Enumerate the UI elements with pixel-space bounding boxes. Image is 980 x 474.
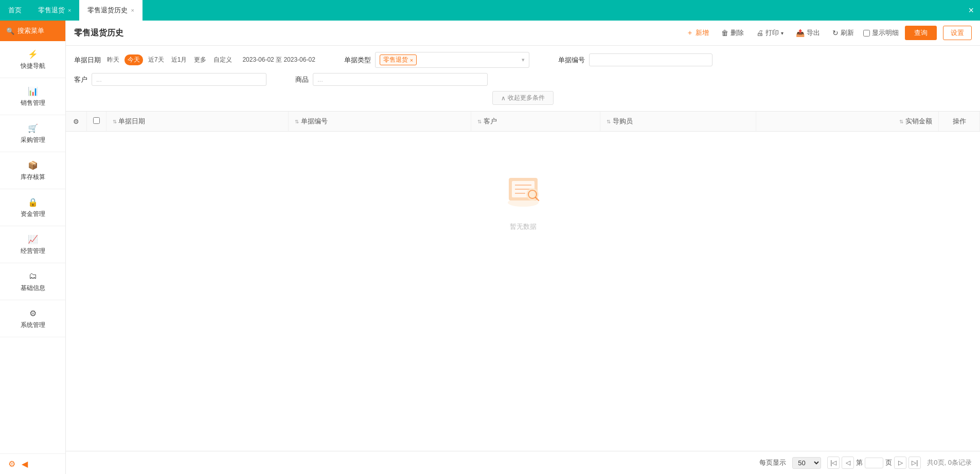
table-area: ⚙ ⇅ 单据日期 ⇅ 单据编号 (66, 112, 980, 474)
refresh-label: 刷新 (841, 28, 854, 38)
page-title: 零售退货历史 (74, 28, 123, 39)
filter-date-buttons: 昨天 今天 近7天 近1月 更多 自定义 (105, 54, 234, 65)
type-filter-select[interactable]: 零售退货 × ▾ (375, 52, 529, 68)
customer-filter-select[interactable]: ... (92, 73, 266, 86)
inventory-icon: 📦 (27, 159, 39, 171)
per-page-label: 每页显示 (759, 458, 786, 467)
export-button[interactable]: 📤 导出 (793, 26, 823, 40)
date-btn-7days[interactable]: 近7天 (146, 54, 166, 65)
show-detail-checkbox[interactable] (863, 30, 870, 37)
show-detail-label: 显示明细 (872, 28, 899, 38)
table-header-row: ⚙ ⇅ 单据日期 ⇅ 单据编号 (66, 112, 980, 132)
date-btn-1month[interactable]: 近1月 (169, 54, 189, 65)
tab-retail-return[interactable]: 零售退货 × (30, 0, 79, 21)
page-number-input[interactable]: 1 (865, 458, 883, 468)
sidebar-item-system[interactable]: ⚙ 系统管理 (0, 300, 65, 337)
purchase-icon: 🛒 (27, 122, 39, 134)
column-number[interactable]: ⇅ 单据编号 (289, 112, 471, 132)
filter-type-group: 单据类型 零售退货 × ▾ (344, 52, 529, 68)
next-page-button[interactable]: ▷ (894, 457, 906, 469)
page-actions: ＋ 新增 🗑 删除 🖨 打印 ▾ 📤 导出 ↻ 刷 (683, 26, 972, 40)
collapse-sidebar-icon[interactable]: ◀ (22, 459, 28, 469)
per-page-select[interactable]: 50 10 20 100 (792, 457, 821, 469)
main-layout: 🔍 搜索菜单 ⚡ 快捷导航 📊 销售管理 🛒 采购管理 📦 库存核算 🔒 资金管… (0, 21, 980, 474)
tab-retail-return-history-close[interactable]: × (131, 7, 134, 13)
empty-state: 暂无数据 (66, 132, 980, 262)
column-ops: 操作 (939, 112, 980, 132)
content-area: 零售退货历史 ＋ 新增 🗑 删除 🖨 打印 ▾ 📤 导出 (66, 21, 980, 474)
column-check[interactable] (86, 112, 106, 132)
column-guide-sort-icon: ⇅ (607, 119, 611, 124)
type-tag-label: 零售退货 (383, 56, 408, 64)
print-arrow-icon: ▾ (781, 30, 783, 36)
print-button[interactable]: 🖨 打印 ▾ (753, 26, 787, 40)
filter-customer-group: 客户 ... (74, 73, 266, 86)
sidebar-item-quick-nav[interactable]: ⚡ 快捷导航 (0, 41, 65, 78)
sidebar-item-sales[interactable]: 📊 销售管理 (0, 78, 65, 115)
print-icon: 🖨 (756, 29, 763, 37)
tab-retail-return-history[interactable]: 零售退货历史 × (79, 0, 142, 21)
empty-text: 暂无数据 (510, 222, 537, 231)
export-icon: 📤 (796, 29, 805, 37)
select-all-checkbox[interactable] (93, 117, 100, 124)
filter-date-group: 单据日期 昨天 今天 近7天 近1月 更多 自定义 (74, 54, 234, 65)
delete-label: 删除 (730, 28, 744, 38)
column-customer-label: 客户 (484, 117, 497, 125)
delete-button[interactable]: 🗑 删除 (718, 26, 747, 40)
sidebar-search-label: 搜索菜单 (17, 26, 44, 35)
new-button[interactable]: ＋ 新增 (683, 26, 712, 40)
tab-retail-return-close[interactable]: × (68, 7, 71, 13)
sidebar-item-base-info[interactable]: 🗂 基础信息 (0, 263, 65, 300)
column-settings-icon: ⚙ (73, 118, 79, 125)
date-btn-more[interactable]: 更多 (192, 54, 208, 65)
collapse-filter-button[interactable]: ∧ 收起更多条件 (492, 91, 554, 105)
export-label: 导出 (807, 28, 820, 38)
window-close-button[interactable]: × (962, 5, 980, 16)
settings-bottom-icon[interactable]: ⚙ (8, 459, 15, 469)
filter-number-group: 单据编号 (558, 53, 712, 66)
operations-icon: 📈 (27, 233, 39, 245)
sidebar-item-inventory[interactable]: 📦 库存核算 (0, 152, 65, 189)
column-guide[interactable]: ⇅ 导购员 (600, 112, 756, 132)
sidebar-item-inventory-label: 库存核算 (21, 173, 45, 181)
filter-row-2: 客户 ... 商品 ... (74, 73, 972, 86)
date-btn-today[interactable]: 今天 (124, 54, 143, 65)
sidebar-item-finance[interactable]: 🔒 资金管理 (0, 189, 65, 226)
column-amount[interactable]: ⇅ 实销金额 (756, 112, 939, 132)
first-page-button[interactable]: |◁ (827, 457, 840, 469)
main-table: ⚙ ⇅ 单据日期 ⇅ 单据编号 (66, 112, 980, 132)
filter-settings-button[interactable]: 设置 (943, 26, 972, 40)
sales-icon: 📊 (27, 85, 39, 97)
refresh-icon: ↻ (832, 29, 839, 37)
page-header: 零售退货历史 ＋ 新增 🗑 删除 🖨 打印 ▾ 📤 导出 (66, 21, 980, 46)
type-select-arrow: ▾ (522, 57, 525, 63)
filter-row-1: 单据日期 昨天 今天 近7天 近1月 更多 自定义 2023-06-02 至 2… (74, 52, 972, 68)
sidebar-item-operations-label: 经营管理 (21, 247, 45, 256)
total-info: 共0页, 0条记录 (927, 458, 972, 467)
number-filter-input[interactable] (589, 53, 712, 66)
sidebar-item-operations[interactable]: 📈 经营管理 (0, 226, 65, 263)
tab-retail-return-history-label: 零售退货历史 (87, 6, 128, 15)
column-customer[interactable]: ⇅ 客户 (471, 112, 600, 132)
sidebar-item-system-label: 系统管理 (21, 321, 45, 330)
column-amount-sort-icon: ⇅ (899, 119, 903, 124)
date-btn-custom[interactable]: 自定义 (211, 54, 234, 65)
customer-filter-label: 客户 (74, 75, 87, 84)
column-customer-sort-icon: ⇅ (477, 119, 482, 124)
filter-goods-group: 商品 ... (295, 73, 488, 86)
refresh-button[interactable]: ↻ 刷新 (829, 26, 857, 40)
prev-page-button[interactable]: ◁ (842, 457, 854, 469)
column-settings[interactable]: ⚙ (66, 112, 86, 132)
tab-home[interactable]: 首页 (0, 0, 30, 21)
last-page-button[interactable]: ▷| (908, 457, 921, 469)
sidebar-search-button[interactable]: 🔍 搜索菜单 (0, 21, 65, 41)
sidebar-item-purchase[interactable]: 🛒 采购管理 (0, 115, 65, 152)
tab-home-label: 首页 (8, 6, 22, 15)
goods-filter-select[interactable]: ... (313, 73, 488, 86)
query-button[interactable]: 查询 (905, 26, 937, 40)
column-date[interactable]: ⇅ 单据日期 (106, 112, 289, 132)
show-detail-checkbox-label[interactable]: 显示明细 (863, 28, 899, 38)
page-nav: |◁ ◁ 第 1 页 ▷ ▷| (827, 457, 921, 469)
date-btn-yesterday[interactable]: 昨天 (105, 54, 121, 65)
type-tag-close[interactable]: × (410, 57, 413, 63)
